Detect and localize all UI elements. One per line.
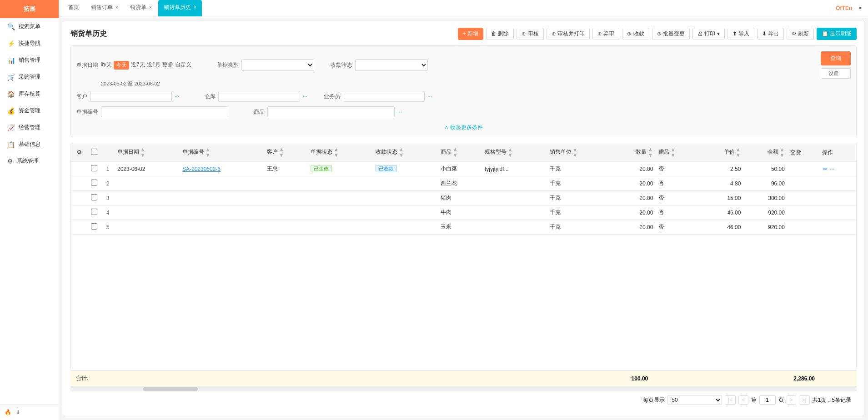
staff-dots[interactable]: ··· — [427, 93, 432, 100]
staff-input[interactable] — [343, 91, 425, 102]
customer-dots[interactable]: ··· — [175, 93, 179, 100]
sidebar-item-inventory[interactable]: 🏠 库存核算 — [0, 85, 59, 102]
doc-no-link[interactable]: SA-20230602-6 — [182, 166, 221, 172]
th-settings[interactable]: ⚙ — [71, 143, 87, 162]
sidebar-item-quick-nav[interactable]: ⚡ 快捷导航 — [0, 35, 59, 52]
th-customer[interactable]: 客户▲▼ — [264, 143, 308, 162]
th-goods[interactable]: 商品▲▼ — [438, 143, 482, 162]
show-detail-button[interactable]: 📋 显示明细 — [817, 28, 857, 40]
shortcut-more[interactable]: 更多 — [162, 61, 173, 70]
add-button[interactable]: + 新增 — [458, 28, 483, 40]
goods-dots[interactable]: ··· — [397, 109, 402, 115]
row-check[interactable] — [87, 176, 101, 191]
th-unit[interactable]: 销售单位▲▼ — [547, 143, 612, 162]
cell-doc-status — [308, 191, 373, 205]
page-last-button[interactable]: >| — [799, 395, 810, 405]
cell-action[interactable] — [819, 220, 856, 235]
cell-doc-no[interactable]: SA-20230602-6 — [180, 162, 264, 176]
tab-sales-order[interactable]: 销售订单 × — [85, 0, 124, 16]
th-spec[interactable]: 规格型号▲▼ — [482, 143, 547, 162]
pause-icon[interactable]: ⏸ — [15, 409, 20, 415]
warehouse-input[interactable] — [218, 91, 300, 102]
tab-sales-order-close[interactable]: × — [115, 5, 118, 10]
refresh-button[interactable]: ↻ 刷新 — [787, 28, 813, 40]
abandon-button[interactable]: ⊙ 弃审 — [592, 28, 619, 40]
th-price[interactable]: 单价▲▼ — [700, 143, 744, 162]
page-next-button[interactable]: > — [787, 395, 796, 405]
delete-button[interactable]: 🗑 删除 — [486, 28, 514, 40]
sidebar-item-purchase-mgmt[interactable]: 🛒 采购管理 — [0, 69, 59, 85]
row-check[interactable] — [87, 205, 101, 220]
row-check[interactable] — [87, 162, 101, 176]
th-doc-status[interactable]: 单据状态▲▼ — [308, 143, 373, 162]
th-check[interactable] — [87, 143, 101, 162]
row-checkbox[interactable] — [91, 223, 97, 230]
cell-action[interactable] — [819, 205, 856, 220]
shortcut-yesterday[interactable]: 昨天 — [101, 61, 112, 70]
goods-input[interactable] — [267, 106, 395, 117]
warehouse-dots[interactable]: ··· — [303, 93, 307, 100]
sidebar-item-sales-mgmt[interactable]: 📊 销售管理 — [0, 52, 59, 69]
sidebar-item-basic-info[interactable]: 📋 基础信息 — [0, 136, 59, 153]
th-collect-status[interactable]: 收款状态▲▼ — [373, 143, 438, 162]
customer-input[interactable] — [90, 91, 172, 102]
shortcut-custom[interactable]: 自定义 — [175, 61, 191, 70]
export-button[interactable]: ⬇ 导出 — [757, 28, 784, 40]
th-doc-no[interactable]: 单据编号▲▼ — [180, 143, 264, 162]
docno-input[interactable] — [101, 106, 228, 117]
print-button[interactable]: 🖨 打印 ▾ — [692, 28, 725, 40]
th-amount[interactable]: 金额▲▼ — [743, 143, 788, 162]
window-close[interactable]: × — [856, 5, 864, 11]
cell-action[interactable] — [819, 191, 856, 205]
row-checkbox[interactable] — [91, 194, 97, 200]
sidebar-item-label: 库存核算 — [19, 90, 40, 98]
import-button[interactable]: ⬆ 导入 — [728, 28, 754, 40]
shortcut-month[interactable]: 近1月 — [147, 61, 161, 70]
settings-icon[interactable]: ⚙ — [77, 149, 82, 155]
doctype-select[interactable] — [241, 59, 314, 71]
row-check[interactable] — [87, 220, 101, 235]
sidebar-item-search-menu[interactable]: 🔍 搜索菜单 — [0, 18, 59, 35]
tab-sales-goods[interactable]: 销货单 × — [125, 0, 157, 16]
review-button[interactable]: ⊙ 审核 — [517, 28, 543, 40]
collect-status-select[interactable] — [355, 59, 428, 71]
select-all-checkbox[interactable] — [91, 149, 97, 155]
row-checkbox[interactable] — [91, 165, 97, 171]
settings-filter-button[interactable]: 设置 — [821, 68, 851, 79]
batch-change-button[interactable]: ⊙ 批量变更 — [652, 28, 690, 40]
cell-doc-no[interactable] — [180, 191, 264, 205]
cell-action[interactable]: ✏⋯ — [819, 162, 856, 176]
sidebar-item-ops-mgmt[interactable]: 📈 经营管理 — [0, 119, 59, 136]
cell-doc-no[interactable] — [180, 176, 264, 191]
row-checkbox[interactable] — [91, 209, 97, 215]
shortcut-today[interactable]: 今天 — [114, 61, 129, 70]
more-icon[interactable]: ⋯ — [829, 166, 835, 172]
tab-home[interactable]: 首页 — [63, 0, 85, 16]
page-prev-button[interactable]: < — [738, 395, 748, 405]
page-input[interactable] — [759, 395, 776, 405]
per-page-select[interactable]: 50 100 — [667, 395, 722, 405]
row-check[interactable] — [87, 191, 101, 205]
cell-doc-no[interactable] — [180, 220, 264, 235]
sidebar-item-sys-mgmt[interactable]: ⚙ 系统管理 — [0, 153, 59, 170]
page-first-button[interactable]: |< — [725, 395, 736, 405]
fire-icon[interactable]: 🔥 — [5, 409, 11, 415]
print-review-button[interactable]: ⊙ 审核并打印 — [547, 28, 590, 40]
collapse-bar[interactable]: ∧ 收起更多条件 — [76, 122, 851, 131]
tab-sales-goods-close[interactable]: × — [149, 5, 152, 10]
sidebar-item-finance[interactable]: 💰 资金管理 — [0, 102, 59, 119]
query-button[interactable]: 查询 — [821, 51, 851, 65]
tab-sales-history-close[interactable]: × — [194, 5, 196, 10]
shortcut-week[interactable]: 近7天 — [131, 61, 145, 70]
tab-sales-history[interactable]: 销货单历史 × — [158, 0, 202, 16]
horizontal-scrollbar[interactable] — [70, 386, 857, 391]
th-gift[interactable]: 赠品▲▼ — [656, 143, 700, 162]
th-doc-date[interactable]: 单据日期▲▼ — [115, 143, 180, 162]
cell-doc-no[interactable] — [180, 205, 264, 220]
collect-button[interactable]: ⊙ 收款 — [622, 28, 649, 40]
row-checkbox[interactable] — [91, 180, 97, 186]
th-qty[interactable]: 数量▲▼ — [612, 143, 656, 162]
filter-item-docno: 单据编号 — [76, 106, 228, 117]
cell-action[interactable] — [819, 176, 856, 191]
edit-icon[interactable]: ✏ — [823, 166, 828, 172]
